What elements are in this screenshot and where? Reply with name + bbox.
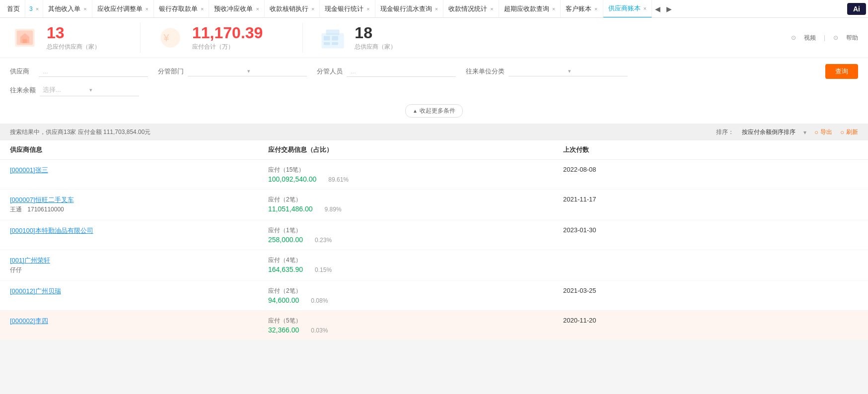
supplier-payable-icon bbox=[10, 23, 40, 53]
tx-amount-5: 94,600.00 bbox=[268, 296, 299, 304]
nav-supplier-account[interactable]: 供应商账本 × bbox=[603, 0, 652, 18]
col-header-tx: 应付交易信息（占比） bbox=[268, 145, 563, 154]
video-link[interactable]: 视频 bbox=[804, 34, 816, 42]
nav-ar-adjust[interactable]: 应收应付调整单 × bbox=[92, 0, 154, 18]
supplier-filter-input[interactable]: ... bbox=[39, 66, 148, 77]
filter-row-1: 供应商 ... 分管部门 ▾ 分管人员 ... 往来单位分类 ▾ bbox=[10, 64, 858, 79]
nav-receipt-stat-close[interactable]: × bbox=[490, 6, 493, 12]
supplier-link-2[interactable]: [000007]恒旺二手叉车 bbox=[10, 196, 74, 203]
supplier-link-1[interactable]: [000001]张三 bbox=[10, 166, 48, 174]
nav-cash-bank-stat-close[interactable]: × bbox=[366, 6, 369, 12]
payable-amount-number: 11,170.39 bbox=[192, 25, 263, 41]
nav-other-income-close[interactable]: × bbox=[83, 6, 86, 12]
query-button[interactable]: 查询 bbox=[825, 64, 858, 79]
tx-amount-1: 100,092,540.00 bbox=[268, 175, 316, 183]
supplier-dots: ... bbox=[43, 67, 48, 75]
export-button[interactable]: ○ 导出 bbox=[814, 128, 832, 136]
date-value-6: 2020-11-20 bbox=[563, 317, 596, 324]
supplier-link-5[interactable]: [000012]广州贝瑞 bbox=[10, 287, 61, 295]
svg-text:¥: ¥ bbox=[163, 32, 170, 43]
payable-suppliers-label: 总应付供应商（家） bbox=[47, 43, 100, 51]
sort-select[interactable]: 按应付余额倒序排序 bbox=[742, 128, 796, 136]
help-link[interactable]: 帮助 bbox=[846, 34, 858, 42]
supplier-link-4[interactable]: [001]广州荣轩 bbox=[10, 257, 50, 264]
nav-tab1-close[interactable]: × bbox=[36, 6, 39, 12]
nav-overdue-query[interactable]: 超期应收款查询 × bbox=[499, 0, 561, 18]
stat-payable-amount-text: 11,170.39 应付合计（万） bbox=[192, 25, 263, 51]
nav-cash-bank-stat[interactable]: 现金银行统计 × bbox=[320, 0, 375, 18]
nav-cash-bank-flow-close[interactable]: × bbox=[435, 6, 438, 12]
stat-payable-suppliers-text: 13 总应付供应商（家） bbox=[47, 25, 100, 51]
tx-amount-4: 164,635.90 bbox=[268, 265, 303, 273]
nav-bank-deposit-close[interactable]: × bbox=[201, 6, 204, 12]
nav-next-arrow[interactable]: ▶ bbox=[663, 0, 675, 18]
payable-amount-icon: ¥ bbox=[155, 23, 185, 53]
nav-customer-account-close[interactable]: × bbox=[594, 6, 597, 12]
tx-row-4: 164,635.90 0.15% bbox=[268, 265, 563, 273]
dept-filter-label: 分管部门 bbox=[158, 67, 184, 76]
ai-button-label: Ai bbox=[853, 5, 860, 13]
tx-percent-3: 0.23% bbox=[315, 237, 332, 244]
export-label: 导出 bbox=[820, 128, 832, 136]
supplier-name-3: 本特勤油品有限公司 bbox=[35, 227, 93, 234]
export-icon: ○ bbox=[814, 129, 818, 136]
tx-percent-2: 9.89% bbox=[325, 206, 342, 213]
nav-cash-bank-flow[interactable]: 现金银行流水查询 × bbox=[375, 0, 443, 18]
nav-bank-deposit[interactable]: 银行存取款单 × bbox=[154, 0, 209, 18]
nav-advance-collect[interactable]: 预收冲应收单 × bbox=[209, 0, 264, 18]
nav-home[interactable]: 首页 bbox=[2, 0, 25, 18]
nav-bar: 首页 3 × 其他收入单 × 应收应付调整单 × 银行存取款单 × 预收冲应收单… bbox=[0, 0, 868, 18]
stat-total-payable-suppliers: 13 总应付供应商（家） bbox=[10, 23, 115, 53]
sort-label: 排序： bbox=[716, 128, 734, 136]
supplier-code-6: [000002] bbox=[10, 317, 35, 325]
tx-row-3: 258,000.00 0.23% bbox=[268, 236, 563, 244]
svg-rect-9 bbox=[332, 42, 339, 45]
last-pay-date-3: 2023-01-30 bbox=[563, 226, 858, 234]
nav-other-income[interactable]: 其他收入单 × bbox=[43, 0, 92, 18]
tx-amount-3: 258,000.00 bbox=[268, 236, 303, 244]
sort-chevron-down-icon: ▾ bbox=[803, 129, 806, 136]
col-header-lastpay: 上次付数 bbox=[563, 145, 858, 154]
supplier-link-6[interactable]: [000002]李四 bbox=[10, 317, 48, 325]
ai-button[interactable]: Ai bbox=[847, 3, 866, 15]
nav-supplier-account-label: 供应商账本 bbox=[608, 4, 641, 13]
tx-percent-4: 0.15% bbox=[315, 266, 332, 273]
date-value-3: 2023-01-30 bbox=[563, 226, 596, 234]
supplier-name-4: 广州荣轩 bbox=[24, 257, 50, 264]
payable-suppliers-number: 13 bbox=[47, 25, 100, 41]
filter-category: 往来单位分类 ▾ bbox=[466, 66, 628, 76]
nav-receipt-stat[interactable]: 收款情况统计 × bbox=[443, 0, 499, 18]
supplier-link-3[interactable]: [000100]本特勤油品有限公司 bbox=[10, 227, 93, 234]
nav-advance-collect-close[interactable]: × bbox=[256, 6, 259, 12]
nav-receipt-exec-close[interactable]: × bbox=[311, 6, 314, 12]
nav-ar-adjust-close[interactable]: × bbox=[145, 6, 148, 12]
nav-supplier-account-close[interactable]: × bbox=[644, 5, 647, 11]
nav-customer-account-label: 客户账本 bbox=[566, 4, 591, 13]
svg-rect-7 bbox=[332, 36, 339, 40]
tx-info-3: 应付（1笔） 258,000.00 0.23% bbox=[268, 226, 563, 244]
tx-info-4: 应付（4笔） 164,635.90 0.15% bbox=[268, 256, 563, 273]
balance-filter-select[interactable]: 选择... ▾ bbox=[40, 84, 139, 96]
nav-overdue-query-close[interactable]: × bbox=[552, 6, 555, 12]
stat-total-suppliers-text: 18 总供应商（家） bbox=[355, 25, 396, 51]
tx-amount-2: 11,051,486.00 bbox=[268, 205, 313, 213]
nav-prev-arrow[interactable]: ◀ bbox=[652, 0, 663, 18]
nav-customer-account[interactable]: 客户账本 × bbox=[561, 0, 603, 18]
collapse-button[interactable]: ▲ 收起更多条件 bbox=[405, 104, 463, 118]
dept-filter-select[interactable]: ▾ bbox=[188, 66, 307, 76]
supplier-code-3: [000100] bbox=[10, 227, 35, 234]
category-filter-select[interactable]: ▾ bbox=[508, 66, 628, 76]
supplier-code-2: [000007] bbox=[10, 196, 35, 203]
nav-cash-bank-flow-label: 现金银行流水查询 bbox=[380, 4, 432, 13]
tx-label-1: 应付（15笔） bbox=[268, 166, 563, 174]
person-filter-input[interactable]: ... bbox=[347, 66, 456, 77]
tx-label-4: 应付（4笔） bbox=[268, 256, 563, 264]
tx-percent-5: 0.08% bbox=[311, 297, 328, 304]
nav-receipt-stat-label: 收款情况统计 bbox=[448, 4, 487, 13]
nav-receipt-exec[interactable]: 收款核销执行 × bbox=[265, 0, 320, 18]
category-chevron-down-icon: ▾ bbox=[568, 68, 625, 74]
table-header: 供应商信息 应付交易信息（占比） 上次付数 bbox=[0, 140, 868, 160]
nav-tab1[interactable]: 3 × bbox=[25, 0, 43, 18]
col-header-supplier: 供应商信息 bbox=[10, 145, 268, 154]
refresh-button[interactable]: ○ 刷新 bbox=[840, 128, 858, 136]
